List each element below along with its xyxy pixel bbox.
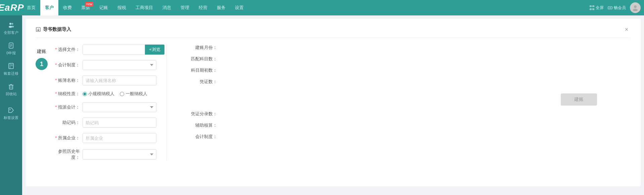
voucher-entries-row: 凭证分录数： bbox=[187, 111, 631, 117]
tax-small-scale[interactable]: 小规模纳税人 bbox=[83, 91, 114, 97]
user-avatar[interactable] bbox=[630, 2, 641, 13]
select-file-row: 选择文件： +浏览 bbox=[53, 45, 156, 55]
assign-accountant-select[interactable] bbox=[83, 102, 156, 112]
memo-code-input[interactable] bbox=[83, 118, 156, 128]
sidebar-item-recycle-bin[interactable]: 回收站 bbox=[0, 80, 22, 99]
fullscreen-icon bbox=[590, 5, 594, 10]
nav-label-home: 首页 bbox=[27, 5, 36, 11]
voucher-entries-label: 凭证分录数： bbox=[187, 111, 217, 117]
content-area: 导爷数据导入 × 建账 1 选择文 bbox=[22, 15, 644, 195]
tax-general-label: 一般纳税人 bbox=[126, 91, 147, 97]
right-accounting-system-label: 会计制度： bbox=[187, 134, 217, 140]
nav-label-management: 管理 bbox=[181, 5, 189, 11]
ledger-name-label: 账簿名称： bbox=[53, 77, 80, 83]
nav-item-invoices[interactable]: 票据 new bbox=[77, 0, 95, 15]
nav-label-operations: 经营 bbox=[199, 5, 207, 11]
ledger-name-input[interactable] bbox=[83, 75, 156, 85]
nav-item-messages[interactable]: 消息 bbox=[158, 0, 176, 15]
svg-rect-0 bbox=[590, 6, 591, 7]
nav-label-bookkeeping: 记账 bbox=[99, 5, 108, 11]
import-icon bbox=[36, 27, 41, 32]
tax-nature-radio-group: 小规模纳税人 一般纳税人 bbox=[83, 91, 147, 97]
step-label: 建账 bbox=[37, 49, 46, 55]
svg-point-11 bbox=[12, 26, 14, 27]
tax-general[interactable]: 一般纳税人 bbox=[120, 91, 147, 97]
svg-rect-3 bbox=[593, 9, 594, 10]
nav-label-messages: 消息 bbox=[162, 5, 171, 11]
nav-item-settings[interactable]: 设置 bbox=[230, 0, 248, 15]
logo-text: EaRP bbox=[0, 2, 24, 13]
tax-general-radio[interactable] bbox=[120, 92, 124, 96]
form-right: 建账月份： 匹配科目数： 科目期初数： 凭证数： bbox=[177, 45, 631, 160]
nav-label-services: 服务 bbox=[217, 5, 226, 11]
sidebar-item-zero-declaration[interactable]: 0申报 bbox=[0, 39, 22, 58]
nav-item-bookkeeping[interactable]: 记账 bbox=[95, 0, 113, 15]
nav-item-management[interactable]: 管理 bbox=[176, 0, 194, 15]
sidebar-item-all-customers[interactable]: 全部客户 bbox=[0, 19, 22, 38]
tax-small-scale-radio[interactable] bbox=[83, 92, 87, 96]
nav-item-business[interactable]: 工商项目 bbox=[131, 0, 158, 15]
vertical-divider bbox=[166, 45, 167, 160]
app-logo: EaRP bbox=[3, 0, 19, 15]
right-accounting-system-row: 会计制度： bbox=[187, 134, 631, 140]
panel-header: 导爷数据导入 × bbox=[36, 25, 631, 38]
select-file-label: 选择文件： bbox=[53, 47, 80, 53]
svg-point-9 bbox=[9, 26, 12, 28]
build-account-button[interactable]: 建账 bbox=[561, 93, 597, 106]
nav-item-operations[interactable]: 经营 bbox=[194, 0, 212, 15]
fullscreen-label: 全屏 bbox=[596, 5, 604, 11]
svg-point-8 bbox=[9, 23, 11, 25]
form-fields: 选择文件： +浏览 会计制度： bbox=[53, 45, 156, 160]
close-button[interactable]: × bbox=[623, 25, 631, 34]
vip-label: 畅会员 bbox=[614, 5, 626, 11]
auxiliary-label: 辅助核算： bbox=[187, 122, 217, 128]
sidebar-label-recycle-bin: 回收站 bbox=[6, 91, 17, 96]
nav-label-settings: 设置 bbox=[235, 5, 244, 11]
fullscreen-button[interactable]: 全屏 bbox=[590, 5, 604, 11]
nav-item-tax[interactable]: 报税 bbox=[113, 0, 131, 15]
auxiliary-row: 辅助核算： bbox=[187, 122, 631, 128]
browse-button[interactable]: +浏览 bbox=[145, 45, 164, 55]
ref-history-year-row: 参照历史年度： bbox=[53, 148, 156, 160]
ledger-name-row: 账簿名称： bbox=[53, 75, 156, 85]
file-icon bbox=[7, 42, 15, 49]
svg-rect-16 bbox=[9, 63, 13, 69]
belongs-company-row: 所属企业： bbox=[53, 133, 156, 143]
match-subjects-label: 匹配科目数： bbox=[187, 56, 217, 62]
sidebar-item-account-migration[interactable]: 账套迁移 bbox=[0, 60, 22, 79]
main-layout: 全部客户 0申报 账套迁移 bbox=[0, 15, 644, 195]
nav-item-fees[interactable]: 收费 bbox=[58, 0, 77, 15]
svg-point-6 bbox=[634, 5, 637, 8]
ref-history-year-select[interactable] bbox=[83, 149, 156, 159]
nav-item-customers[interactable]: 客户 bbox=[40, 0, 58, 15]
step-number: 1 bbox=[40, 61, 43, 68]
vip-button[interactable]: 畅会员 bbox=[608, 5, 626, 11]
accounting-system-select[interactable] bbox=[83, 60, 156, 70]
users-icon bbox=[7, 21, 15, 29]
step-circle: 1 bbox=[36, 58, 48, 70]
voucher-count-row: 凭证数： bbox=[187, 79, 631, 85]
sidebar-label-account-migration: 账套迁移 bbox=[4, 71, 18, 76]
select-file-input[interactable] bbox=[83, 45, 145, 55]
assign-accountant-label: 指派会计： bbox=[53, 104, 80, 110]
nav-item-services[interactable]: 服务 bbox=[212, 0, 230, 15]
sidebar-item-tag-settings[interactable]: 标签设置 bbox=[0, 104, 22, 123]
tax-nature-label: 纳税性质： bbox=[53, 91, 80, 97]
voucher-count-label: 凭证数： bbox=[187, 79, 217, 85]
accounting-system-label: 会计制度： bbox=[53, 62, 80, 68]
trash-icon bbox=[7, 83, 15, 90]
sidebar-label-all-customers: 全部客户 bbox=[4, 30, 18, 35]
nav-label-tax: 报税 bbox=[117, 5, 126, 11]
belongs-company-input[interactable] bbox=[83, 133, 156, 143]
svg-rect-20 bbox=[9, 85, 13, 89]
tax-small-scale-label: 小规模纳税人 bbox=[88, 91, 114, 97]
vip-icon bbox=[608, 5, 612, 10]
svg-point-5 bbox=[610, 7, 611, 8]
sidebar-label-zero-declaration: 0申报 bbox=[6, 51, 16, 56]
file-input-group: +浏览 bbox=[83, 45, 156, 55]
panel-title-text: 导爷数据导入 bbox=[43, 26, 71, 32]
svg-point-10 bbox=[12, 23, 13, 25]
nav-label-fees: 收费 bbox=[63, 5, 72, 11]
nav-item-home[interactable]: 首页 bbox=[22, 0, 40, 15]
avatar-icon bbox=[632, 4, 639, 11]
